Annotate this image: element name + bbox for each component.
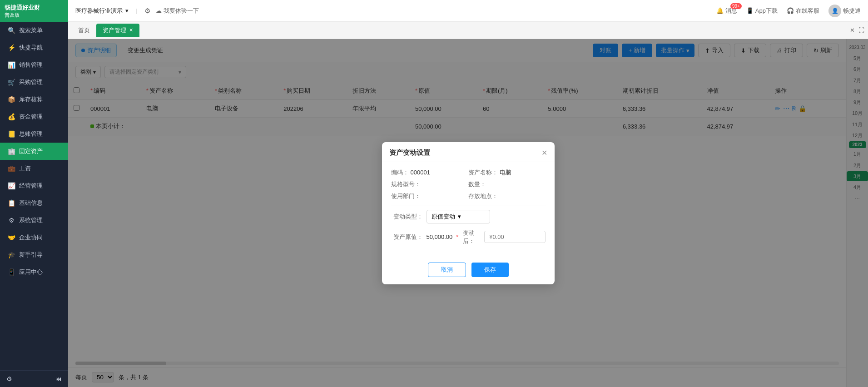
modal-overlay: 资产变动设置 ✕ 编码： 000001 资产名称： 电脑 — [68, 39, 868, 387]
experience-label: 我要体验一下 — [164, 7, 199, 15]
sidebar-item-ledger[interactable]: 📒 总账管理 — [0, 125, 68, 143]
modal-divider — [391, 205, 546, 205]
collapse-icon[interactable]: ⏮ — [55, 375, 62, 382]
sidebar-item-sales[interactable]: 📊 销售管理 — [0, 56, 68, 74]
sidebar-item-purchase[interactable]: 🛒 采购管理 — [0, 74, 68, 91]
app-version: 普及版 — [5, 12, 40, 19]
modal-change-type-value: 原值变动 — [432, 213, 455, 221]
sidebar-item-basics[interactable]: 📋 基础信息 — [0, 194, 68, 212]
settings-icon[interactable]: ⚙ — [6, 375, 12, 382]
sidebar-menu: 🔍 搜索菜单 ⚡ 快捷导航 📊 销售管理 🛒 采购管理 📦 库存核算 💰 资金管… — [0, 22, 68, 370]
online-service-button[interactable]: 🎧 在线客服 — [787, 7, 819, 15]
modal-location-label: 存放地点： — [468, 192, 498, 200]
app-name: 畅捷通好业财 — [5, 4, 40, 12]
search-icon: 🔍 — [7, 27, 15, 34]
topbar: 医疗器械行业演示 ▾ | ⚙ ☁ 我要体验一下 🔔 消息 99+ 📱 App下载… — [68, 0, 868, 22]
main-area: 医疗器械行业演示 ▾ | ⚙ ☁ 我要体验一下 🔔 消息 99+ 📱 App下载… — [68, 0, 868, 387]
sidebar-label-search: 搜索菜单 — [19, 26, 43, 35]
modal-spec-field: 规格型号： — [391, 180, 468, 189]
sidebar-item-inventory[interactable]: 📦 库存核算 — [0, 91, 68, 108]
modal-change-type-select[interactable]: 原值变动 ▾ — [427, 210, 490, 223]
modal-info-row-3: 使用部门： 存放地点： — [391, 192, 546, 200]
basics-icon: 📋 — [7, 199, 15, 207]
experience-button[interactable]: ☁ 我要体验一下 — [156, 7, 199, 15]
modal-quantity-field: 数量： — [468, 180, 546, 189]
company-selector[interactable]: 医疗器械行业演示 ▾ — [75, 7, 129, 15]
avatar: 👤 — [828, 5, 841, 17]
sidebar-label-payroll: 工资 — [19, 164, 31, 173]
sidebar-label-sales: 销售管理 — [19, 61, 43, 69]
sidebar-item-operations[interactable]: 📈 经营管理 — [0, 177, 68, 194]
expand-icon[interactable]: ✕ — [850, 27, 855, 34]
bell-icon: 🔔 — [716, 7, 724, 14]
sidebar-item-app-center[interactable]: 📱 应用中心 — [0, 263, 68, 281]
notifications-badge: 99+ — [730, 3, 742, 9]
modal-location-field: 存放地点： — [468, 192, 546, 200]
modal-dept-label: 使用部门： — [391, 192, 421, 200]
sidebar-label-guide: 新手引导 — [19, 251, 43, 259]
company-name: 医疗器械行业演示 — [75, 7, 123, 15]
tab-asset-label: 资产管理 — [103, 26, 126, 35]
purchase-icon: 🛒 — [7, 79, 15, 86]
sidebar-label-enterprise: 企业协同 — [19, 233, 43, 242]
sidebar-label-ledger: 总账管理 — [19, 130, 43, 138]
modal-name-value: 电脑 — [500, 169, 511, 177]
sidebar: 畅捷通好业财 普及版 🔍 搜索菜单 ⚡ 快捷导航 📊 销售管理 🛒 采购管理 📦… — [0, 0, 68, 387]
sidebar-item-system[interactable]: ⚙ 系统管理 — [0, 212, 68, 229]
modal-code-field: 编码： 000001 — [391, 169, 468, 177]
sidebar-item-fixed-assets[interactable]: 🏢 固定资产 — [0, 143, 68, 160]
system-icon: ⚙ — [7, 217, 15, 224]
sidebar-label-fixed-assets: 固定资产 — [19, 147, 43, 155]
modal-dept-field: 使用部门： — [391, 192, 468, 200]
dropdown-arrow-icon: ▾ — [125, 7, 129, 14]
modal-original-value-label: 资产原值： — [391, 233, 423, 241]
sidebar-footer: ⚙ ⏮ — [0, 370, 68, 387]
sidebar-item-search[interactable]: 🔍 搜索菜单 — [0, 22, 68, 39]
sidebar-item-finance[interactable]: 💰 资金管理 — [0, 108, 68, 125]
modal-close-button[interactable]: ✕ — [541, 149, 547, 157]
app-download-button[interactable]: 📱 App下载 — [746, 7, 778, 15]
modal-after-label: 变动后： — [463, 229, 479, 245]
modal-after-value-input[interactable] — [484, 231, 545, 243]
username-label: 畅捷通 — [843, 7, 861, 15]
tab-home[interactable]: 首页 — [72, 24, 96, 37]
app-download-label: App下载 — [755, 7, 778, 15]
cloud-icon: ☁ — [156, 7, 162, 14]
user-avatar[interactable]: 👤 畅捷通 — [828, 5, 861, 17]
modal-required-star: * — [456, 233, 458, 240]
tab-close-icon[interactable]: ✕ — [129, 27, 133, 33]
sidebar-label-system: 系统管理 — [19, 216, 43, 224]
topbar-divider: | — [136, 7, 137, 14]
modal-header: 资产变动设置 ✕ — [382, 142, 555, 162]
modal-code-label: 编码： — [391, 169, 409, 177]
modal-cancel-button[interactable]: 取消 — [428, 263, 466, 277]
sidebar-item-quicknav[interactable]: ⚡ 快捷导航 — [0, 39, 68, 56]
inventory-icon: 📦 — [7, 96, 15, 103]
modal-info-row-2: 规格型号： 数量： — [391, 180, 546, 189]
tab-asset-management[interactable]: 资产管理 ✕ — [96, 24, 139, 37]
quicknav-icon: ⚡ — [7, 44, 15, 51]
fullscreen-icon[interactable]: ⛶ — [858, 27, 864, 34]
payroll-icon: 💼 — [7, 165, 15, 172]
sidebar-item-enterprise[interactable]: 🤝 企业协同 — [0, 229, 68, 246]
online-service-label: 在线客服 — [796, 7, 819, 15]
modal-save-button[interactable]: 保存 — [471, 263, 509, 277]
fixed-assets-icon: 🏢 — [7, 148, 15, 155]
sidebar-label-purchase: 采购管理 — [19, 78, 43, 86]
modal-spec-label: 规格型号： — [391, 180, 421, 189]
sidebar-label-inventory: 库存核算 — [19, 95, 43, 104]
tab-expand-icons: ✕ ⛶ — [850, 27, 864, 34]
ledger-icon: 📒 — [7, 130, 15, 138]
sidebar-item-payroll[interactable]: 💼 工资 — [0, 160, 68, 177]
mobile-icon: 📱 — [746, 7, 754, 14]
modal-info-row-1: 编码： 000001 资产名称： 电脑 — [391, 169, 546, 177]
content-area: 资产明细 变更生成凭证 对账 + 新增 批量操作 ▾ ⬆ 导入 — [68, 39, 868, 387]
app-center-icon: 📱 — [7, 268, 15, 276]
sidebar-item-guide[interactable]: 🎓 新手引导 — [0, 246, 68, 263]
topbar-right: 🔔 消息 99+ 📱 App下载 🎧 在线客服 👤 畅捷通 — [716, 5, 861, 17]
modal-value-row: 资产原值： 50,000.00 * 变动后： — [391, 229, 546, 245]
topbar-gear-icon[interactable]: ⚙ — [144, 7, 150, 15]
notifications-button[interactable]: 🔔 消息 99+ — [716, 7, 737, 15]
operations-icon: 📈 — [7, 182, 15, 189]
sidebar-label-basics: 基础信息 — [19, 199, 43, 207]
